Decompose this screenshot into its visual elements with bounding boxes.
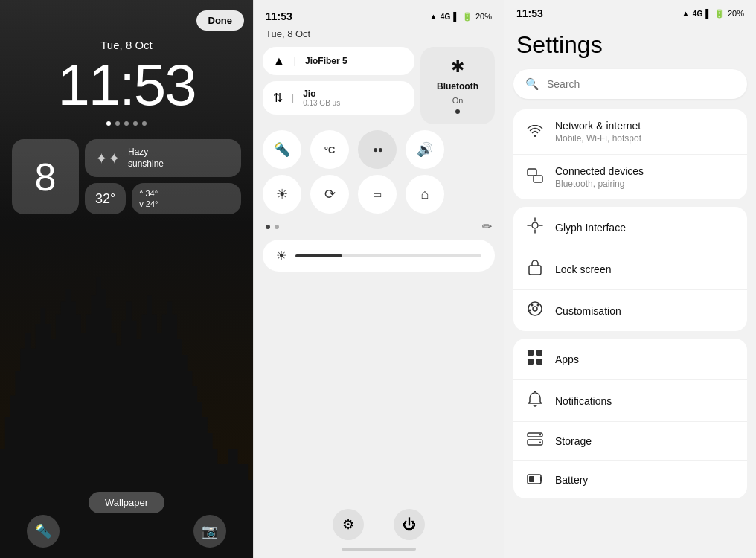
flashlight-tile[interactable]: 🔦 — [263, 130, 301, 169]
wifi-settings-icon — [525, 124, 545, 141]
glyph-item-text: Glyph Interface — [555, 222, 735, 234]
wifi-name: JioFiber 5 — [305, 56, 347, 66]
glyph-item-title: Glyph Interface — [555, 222, 735, 234]
mobile-sub: 0.13 GB us — [303, 99, 340, 107]
network-item-title: Network & internet — [555, 120, 735, 132]
svg-point-19 — [539, 434, 541, 436]
svg-point-2 — [532, 222, 538, 228]
slider-tile[interactable]: ● ● — [358, 130, 397, 169]
battery-icon: 🔋 — [462, 12, 472, 22]
dot-1 — [106, 121, 111, 126]
settings-network-item[interactable]: Network & internet Mobile, Wi-Fi, hotspo… — [513, 109, 747, 155]
svg-point-20 — [539, 442, 541, 443]
bluetooth-status: On — [452, 96, 464, 105]
qs-indicator-row: ✏ — [263, 219, 495, 234]
lock-screen-panel: Done Tue, 8 Oct 11:53 8 ✦✦ Hazy sunshine — [0, 0, 253, 558]
svg-rect-13 — [528, 350, 534, 356]
bluetooth-icon: ✱ — [451, 57, 464, 77]
storage-item-text: Storage — [555, 435, 735, 447]
current-temp: 32° — [85, 183, 126, 214]
wifi-icon: ▲ — [273, 54, 285, 68]
flashlight-icon[interactable]: 🔦 — [27, 515, 60, 548]
apps-icon — [525, 349, 545, 369]
temperature-row: 32° ^ 34° v 24° — [85, 183, 241, 214]
s-sim-icon: ▌ — [705, 9, 711, 18]
battery-item-title: Battery — [555, 474, 735, 486]
sim-icon: ▌ — [453, 12, 459, 21]
power-bottom-btn[interactable]: ⏻ — [394, 509, 425, 540]
svg-rect-1 — [534, 176, 542, 182]
rotate-tile[interactable]: ⟳ — [310, 175, 349, 214]
settings-status-icons: ▲ 4G ▌ 🔋 20% — [682, 9, 744, 19]
qs-time: 11:53 — [266, 10, 292, 22]
settings-search-box[interactable]: 🔍 — [513, 69, 747, 99]
storage-item-title: Storage — [555, 435, 735, 447]
date-widget: 8 — [12, 139, 79, 214]
settings-status-bar: 11:53 ▲ 4G ▌ 🔋 20% — [504, 0, 756, 24]
lockscreen-item-text: Lock screen — [555, 263, 735, 275]
wallet-tile[interactable]: ▭ — [358, 175, 397, 214]
wifi-tile[interactable]: ▲ | JioFiber 5 — [263, 47, 414, 75]
s-network-icon: 4G — [693, 10, 702, 18]
settings-lockscreen-item[interactable]: Lock screen — [513, 248, 747, 290]
settings-bottom-btn[interactable]: ⚙ — [333, 509, 364, 540]
search-input[interactable] — [547, 78, 735, 90]
home-tile[interactable]: ⌂ — [406, 175, 444, 214]
lock-overlay: Done Tue, 8 Oct 11:53 8 ✦✦ Hazy sunshine — [0, 0, 253, 558]
lock-page-dots — [106, 121, 147, 126]
settings-title: Settings — [504, 24, 756, 69]
brightness-icon: ☀ — [276, 248, 286, 263]
apps-item-text: Apps — [555, 353, 735, 365]
settings-glyph-item[interactable]: Glyph Interface — [513, 207, 747, 248]
settings-connected-item[interactable]: Connected devices Bluetooth, pairing — [513, 155, 747, 199]
lock-widgets: 8 ✦✦ Hazy sunshine 32° ^ 34° v 24° — [0, 139, 253, 214]
battery-percent: 20% — [475, 12, 492, 21]
dot-2 — [115, 121, 120, 126]
network-item-sub: Mobile, Wi-Fi, hotspot — [555, 133, 735, 144]
notifications-icon — [525, 391, 545, 411]
edit-button[interactable]: ✏ — [482, 219, 492, 234]
settings-battery-item[interactable]: Battery — [513, 461, 747, 498]
connected-devices-icon — [525, 168, 545, 187]
camera-icon[interactable]: 📷 — [193, 515, 226, 548]
glyph-icon — [525, 217, 545, 237]
done-button[interactable]: Done — [196, 10, 245, 31]
weather-icon: ✦✦ — [95, 150, 121, 167]
brightness-tile[interactable]: ☀ — [263, 175, 301, 214]
settings-panel: 11:53 ▲ 4G ▌ 🔋 20% Settings 🔍 — [504, 0, 756, 558]
search-icon: 🔍 — [525, 77, 539, 91]
weather-condition: ✦✦ Hazy sunshine — [85, 139, 241, 177]
notifications-item-text: Notifications — [555, 395, 735, 407]
svg-point-11 — [537, 304, 539, 307]
settings-apps-item[interactable]: Apps — [513, 339, 747, 380]
settings-notifications-item[interactable]: Notifications — [513, 380, 747, 422]
mobile-data-tile[interactable]: ⇅ | Jio 0.13 GB us — [263, 81, 414, 115]
volume-tile[interactable]: 🔊 — [406, 130, 444, 169]
settings-storage-item[interactable]: Storage — [513, 422, 747, 461]
brightness-fill — [295, 254, 342, 257]
wallpaper-button[interactable]: Wallpaper — [89, 492, 164, 513]
dot-3 — [124, 121, 129, 126]
connected-item-text: Connected devices Bluetooth, pairing — [555, 165, 735, 189]
storage-icon — [525, 432, 545, 449]
customisation-icon — [525, 301, 545, 321]
settings-customisation-item[interactable]: Customisation — [513, 290, 747, 331]
qs-status-icons: ▲ 4G ▌ 🔋 20% — [429, 12, 492, 22]
bluetooth-tile[interactable]: ✱ Bluetooth On — [420, 47, 495, 124]
qs-date: Tue, 8 Oct — [263, 28, 495, 39]
wifi-info: JioFiber 5 — [305, 56, 347, 66]
apps-card: Apps Notifications — [513, 339, 747, 498]
svg-rect-7 — [529, 266, 541, 275]
s-signal-icon: ▲ — [682, 9, 690, 18]
page-dot-1 — [266, 225, 270, 229]
temperature-tile[interactable]: °C — [310, 130, 349, 169]
apps-item-title: Apps — [555, 353, 735, 365]
bluetooth-dot — [455, 109, 460, 114]
svg-rect-22 — [529, 476, 534, 482]
svg-rect-14 — [536, 350, 542, 356]
mobile-name: Jio — [303, 89, 340, 99]
s-battery-percent: 20% — [728, 9, 744, 18]
connected-item-title: Connected devices — [555, 165, 735, 177]
brightness-slider[interactable]: ☀ — [263, 240, 495, 272]
network-connected-card: Network & internet Mobile, Wi-Fi, hotspo… — [513, 109, 747, 199]
